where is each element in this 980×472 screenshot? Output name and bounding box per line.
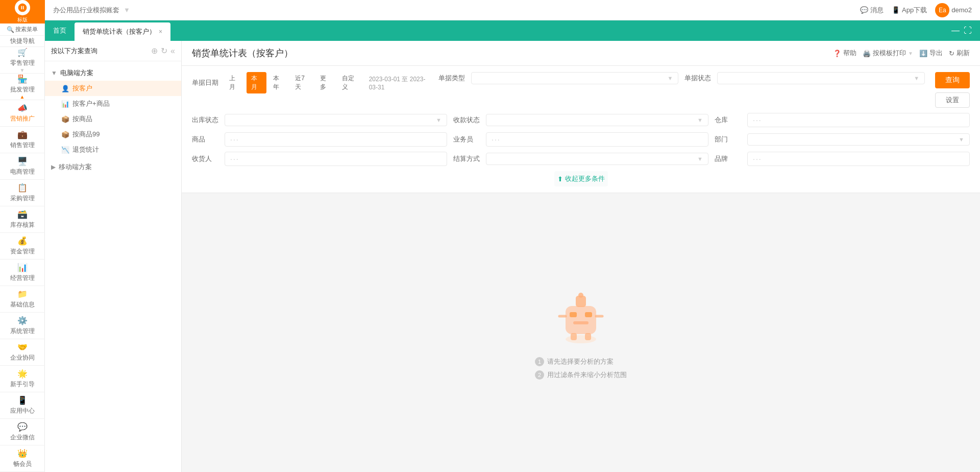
minimize-btn[interactable]: — — [951, 26, 960, 35]
scheme-item-by-customer-product-label: 按客户+商品 — [72, 99, 110, 108]
sidebar-item-finance[interactable]: 💰 资金管理 — [0, 233, 45, 259]
page-title-row: 销货单统计表（按客户） ❓ 帮助 🖨️ 按模板打印 ▼ ⬇️ — [192, 47, 970, 59]
marketing-icon: 📣 — [17, 103, 28, 113]
industry-dropdown-icon[interactable]: ▼ — [124, 6, 130, 14]
sidebar-item-sales[interactable]: 💼 销售管理 — [0, 127, 45, 153]
sidebar-item-enterprise[interactable]: 🤝 企业协同 — [0, 339, 45, 366]
desktop-group-header[interactable]: ▼ 电脑端方案 — [45, 65, 181, 81]
operations-icon: 📊 — [17, 263, 28, 272]
settings-button[interactable]: 设置 — [935, 92, 970, 108]
date-tab-custom[interactable]: 自定义 — [337, 72, 363, 93]
consignee-select[interactable]: ··· — [225, 152, 447, 166]
sidebar-item-operations[interactable]: 📊 经营管理 — [0, 259, 45, 286]
add-scheme-btn[interactable]: ⊕ — [151, 46, 158, 56]
tab-close-btn[interactable]: × — [159, 28, 162, 35]
purchase-icon: 📋 — [17, 183, 28, 193]
appcenter-icon: 📱 — [17, 395, 28, 405]
logo-icon — [15, 0, 30, 15]
sidebar-item-appcenter[interactable]: 📱 应用中心 — [0, 392, 45, 419]
tab-active[interactable]: 销货单统计表（按客户） × — [75, 22, 170, 41]
collapse-panel-btn[interactable]: « — [170, 46, 175, 56]
retail-icon: 🛒 — [17, 48, 28, 57]
payment-select[interactable]: ▼ — [486, 153, 708, 165]
dept-label: 部门 — [715, 135, 743, 144]
scheme-item-by-product[interactable]: 📦 按商品 — [45, 111, 181, 127]
date-tab-7days[interactable]: 近7天 — [290, 72, 313, 93]
scheme-item-by-product-99-label: 按商品99 — [72, 130, 100, 139]
app-subtitle: 标版 — [17, 16, 28, 23]
sidebar-search[interactable]: 🔍 搜索菜单 — [0, 23, 45, 36]
date-tab-lastmonth[interactable]: 上月 — [225, 72, 244, 93]
svg-rect-1 — [566, 306, 596, 334]
sidebar-item-newbie[interactable]: 🌟 新手引导 — [0, 366, 45, 392]
sidebar-item-marketing[interactable]: 📣 营销推广 — [0, 100, 45, 127]
sidebar: 标版 🔍 搜索菜单 快捷导航 🛒 零售管理 ▼ 🏪 批发管理 ▲ 📣 营销推广 … — [0, 0, 45, 472]
out-status-select[interactable]: ▼ — [225, 114, 447, 126]
customer-icon: 👤 — [61, 85, 69, 92]
purchase-label: 采购管理 — [10, 194, 35, 203]
app-download-btn[interactable]: 📱 App下载 — [892, 6, 927, 15]
query-button[interactable]: 查询 — [935, 72, 970, 88]
app-logo: 标版 — [0, 0, 45, 23]
help-btn[interactable]: ❓ 帮助 — [833, 49, 856, 58]
print-btn[interactable]: 🖨️ 按模板打印 ▼ — [863, 49, 913, 58]
maximize-btn[interactable]: ⛶ — [964, 26, 972, 35]
doc-type-select[interactable]: ▼ — [471, 72, 679, 84]
sidebar-item-purchase[interactable]: 📋 采购管理 — [0, 180, 45, 206]
refresh-scheme-btn[interactable]: ↻ — [161, 46, 167, 56]
corpwechat-icon: 💬 — [17, 422, 28, 432]
messages-btn[interactable]: 💬 消息 — [860, 6, 884, 15]
doc-status-select[interactable]: ▼ — [717, 72, 925, 84]
date-tab-thisyear[interactable]: 本年 — [268, 72, 288, 93]
sidebar-item-member[interactable]: 👑 畅会员 — [0, 445, 45, 472]
wholesale-label: 批发管理 — [10, 85, 35, 94]
product-select[interactable]: ··· — [225, 132, 447, 147]
receipt-status-select[interactable]: ▼ — [486, 114, 708, 126]
right-panel: 销货单统计表（按客户） ❓ 帮助 🖨️ 按模板打印 ▼ ⬇️ — [182, 41, 980, 472]
warehouse-select[interactable]: ··· — [747, 113, 970, 127]
sidebar-item-corpwechat[interactable]: 💬 企业微信 — [0, 419, 45, 445]
date-tab-more[interactable]: 更多 — [315, 72, 335, 93]
operations-label: 经营管理 — [10, 274, 35, 282]
refresh-btn[interactable]: ↻ 刷新 — [949, 49, 970, 58]
system-label: 系统管理 — [10, 327, 35, 336]
user-profile-btn[interactable]: Ea demo2 — [935, 3, 972, 17]
sidebar-item-ecommerce[interactable]: 🖥️ 电商管理 — [0, 153, 45, 180]
mobile-group[interactable]: ▶ 移动端方案 — [45, 159, 181, 175]
date-tab-thismonth[interactable]: 本月 — [247, 72, 266, 93]
mobile-group-arrow: ▶ — [51, 163, 56, 171]
main-area: 办公用品行业模拟账套 ▼ 💬 消息 📱 App下载 Ea demo2 首页 — [45, 0, 980, 472]
dept-select[interactable]: ▼ — [747, 133, 970, 146]
scheme-item-by-product-label: 按商品 — [72, 114, 92, 124]
page-header: 销货单统计表（按客户） ❓ 帮助 🖨️ 按模板打印 ▼ ⬇️ — [182, 41, 980, 66]
warehouse-dots: ··· — [753, 116, 762, 124]
staff-select[interactable]: ··· — [486, 132, 708, 147]
sidebar-item-wholesale[interactable]: 🏪 批发管理 ▲ — [0, 74, 45, 100]
collapse-bar[interactable]: ⬆ 收起更多条件 — [554, 171, 608, 186]
sidebar-item-system[interactable]: ⚙️ 系统管理 — [0, 313, 45, 339]
empty-illustration — [550, 286, 611, 347]
ecommerce-icon: 🖥️ — [17, 156, 28, 166]
wholesale-arrow: ▲ — [20, 94, 25, 100]
corpwechat-label: 企业微信 — [10, 433, 35, 442]
doc-status-label: 单据状态 — [684, 74, 713, 83]
topbar-right: 💬 消息 📱 App下载 Ea demo2 — [860, 3, 972, 17]
tip-num-1: 1 — [535, 357, 544, 366]
scheme-item-by-customer-product[interactable]: 📊 按客户+商品 — [45, 96, 181, 111]
tab-home[interactable]: 首页 — [45, 20, 75, 41]
product-dots: ··· — [230, 135, 239, 144]
sidebar-item-retail[interactable]: 🛒 零售管理 ▼ — [0, 47, 45, 74]
sidebar-quicknav[interactable]: 快捷导航 — [0, 36, 45, 47]
scheme-item-return-stats[interactable]: 📉 退货统计 — [45, 142, 181, 157]
stock-label: 库存核算 — [10, 221, 35, 229]
brand-select[interactable]: ··· — [747, 152, 970, 166]
sidebar-item-basics[interactable]: 📁 基础信息 — [0, 286, 45, 313]
date-range-display: 2023-03-01 至 2023-03-31 — [369, 75, 432, 91]
sidebar-item-stock[interactable]: 🗃️ 库存核算 — [0, 206, 45, 233]
home-tab-label: 首页 — [53, 26, 66, 35]
scheme-item-by-customer[interactable]: 👤 按客户 — [45, 81, 181, 96]
receipt-status-arrow: ▼ — [697, 117, 703, 123]
empty-tips: 1 请先选择要分析的方案 2 用过滤条件来缩小分析范围 — [535, 357, 627, 380]
scheme-item-by-product-99[interactable]: 📦 按商品99 — [45, 127, 181, 142]
export-btn[interactable]: ⬇️ 导出 — [919, 49, 943, 58]
